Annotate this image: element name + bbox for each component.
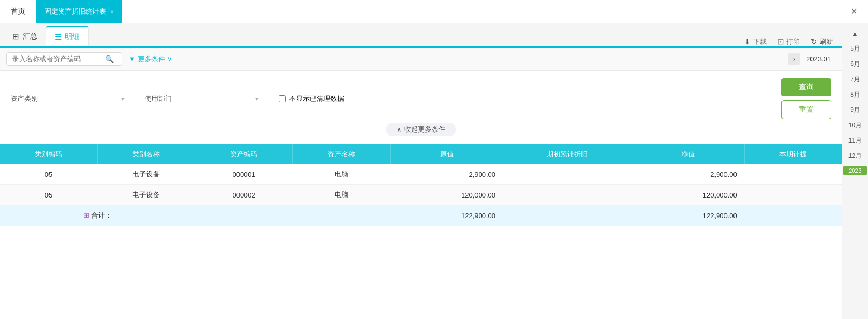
- sidebar-month-item[interactable]: 9月: [848, 102, 862, 118]
- table-row: 05 电子设备 000001 电脑 2,900.00 2,900.00: [0, 164, 842, 185]
- sidebar-month-item[interactable]: 5月: [848, 41, 862, 57]
- search-input-wrap: 🔍: [6, 52, 122, 66]
- download-icon: ⬇: [744, 37, 751, 46]
- sidebar-month-item[interactable]: 12月: [848, 148, 862, 164]
- cell-asset-name: 电脑: [293, 185, 390, 205]
- nav-tab-label: 固定资产折旧统计表: [44, 7, 106, 16]
- cell-accumulated-depreciation: [503, 164, 632, 185]
- tab-summary[interactable]: ⊞ 汇总: [4, 26, 46, 46]
- asset-type-select[interactable]: [43, 93, 128, 104]
- filter-label: 更多条件: [138, 54, 165, 64]
- total-asset-name: [293, 205, 390, 226]
- cell-category-name: 电子设备: [97, 164, 195, 185]
- top-nav: 首页 固定资产折旧统计表 × ✕: [0, 0, 868, 23]
- filter-row: 资产类别 ▼ 使用部门 ▼: [11, 78, 831, 119]
- search-icon[interactable]: 🔍: [105, 55, 114, 63]
- right-sidebar: ▲ 5月6月7月8月9月10月11月12月 2023: [842, 23, 868, 319]
- filter-buttons: 查询 重置: [781, 78, 831, 119]
- sidebar-scroll-up-button[interactable]: ▲: [842, 27, 868, 40]
- exclude-cleared-checkbox[interactable]: [279, 95, 286, 102]
- cell-asset-code: 000002: [195, 185, 292, 205]
- col-accumulated-depreciation: 期初累计折旧: [503, 144, 632, 164]
- sidebar-month-item[interactable]: 10月: [848, 118, 862, 133]
- reset-button[interactable]: 重置: [781, 100, 831, 119]
- total-current-depreciation: [745, 205, 842, 226]
- exclude-cleared-field[interactable]: 不显示已清理数据: [279, 94, 344, 104]
- col-net-value: 净值: [632, 144, 745, 164]
- collapse-bar: ∧ 收起更多条件: [11, 119, 831, 138]
- tab-detail-label: 明细: [65, 32, 80, 42]
- data-table: 类别编码 类别名称 资产编码 资产名称 原值 期初累计折旧 净值 本期计提 05…: [0, 144, 842, 226]
- tab-bar: ⊞ 汇总 ☰ 明细 ⬇ 下载 ⊡ 打印 ↻ 刷新: [0, 23, 842, 48]
- download-button[interactable]: ⬇ 下载: [744, 37, 767, 46]
- nav-tab-fixed-assets[interactable]: 固定资产折旧统计表 ×: [36, 0, 122, 23]
- cell-category-name: 电子设备: [97, 185, 195, 205]
- search-bar-right: › 2023.01: [788, 53, 835, 65]
- col-category-name: 类别名称: [97, 144, 195, 164]
- exclude-cleared-label: 不显示已清理数据: [289, 94, 344, 104]
- print-label: 打印: [786, 37, 800, 46]
- tab-summary-label: 汇总: [23, 32, 37, 41]
- cell-category-code: 05: [0, 164, 97, 185]
- cell-net-value: 2,900.00: [632, 164, 745, 185]
- refresh-icon: ↻: [810, 37, 817, 46]
- left-panel: ⊞ 汇总 ☰ 明细 ⬇ 下载 ⊡ 打印 ↻ 刷新: [0, 23, 842, 319]
- cell-asset-name: 电脑: [293, 164, 390, 185]
- sidebar-month-item[interactable]: 11月: [848, 133, 862, 148]
- asset-type-field: 资产类别 ▼: [11, 93, 128, 104]
- dept-select[interactable]: [177, 93, 262, 104]
- search-input[interactable]: [12, 55, 102, 63]
- sidebar-month-item[interactable]: 6月: [848, 57, 862, 72]
- table-wrap: 类别编码 类别名称 资产编码 资产名称 原值 期初累计折旧 净值 本期计提 05…: [0, 144, 842, 319]
- total-asset-code: [195, 205, 292, 226]
- window-close-button[interactable]: ✕: [840, 6, 868, 16]
- query-button[interactable]: 查询: [781, 78, 831, 96]
- total-label: ⊞合计：: [0, 205, 195, 226]
- collapse-button[interactable]: ∧ 收起更多条件: [386, 123, 456, 136]
- filter-panel: 资产类别 ▼ 使用部门 ▼: [0, 71, 842, 144]
- print-icon: ⊡: [777, 37, 784, 46]
- cell-current-depreciation: [745, 185, 842, 205]
- tab-detail[interactable]: ☰ 明细: [46, 26, 89, 46]
- summary-icon: ⊞: [13, 32, 20, 41]
- main-content: ⊞ 汇总 ☰ 明细 ⬇ 下载 ⊡ 打印 ↻ 刷新: [0, 23, 868, 319]
- col-asset-code: 资产编码: [195, 144, 292, 164]
- search-bar: 🔍 ▼ 更多条件 ∨ › 2023.01: [0, 48, 842, 71]
- date-display: 2023.01: [802, 55, 835, 63]
- nav-tab-close-icon[interactable]: ×: [110, 8, 114, 15]
- table-row: 05 电子设备 000002 电脑 120,000.00 120,000.00: [0, 185, 842, 205]
- cell-net-value: 120,000.00: [632, 185, 745, 205]
- dept-select-wrap: ▼: [177, 93, 262, 104]
- asset-type-label: 资产类别: [11, 94, 38, 104]
- total-accumulated-depreciation: [503, 205, 632, 226]
- cell-current-depreciation: [745, 164, 842, 185]
- col-asset-name: 资产名称: [293, 144, 390, 164]
- total-net-value: 122,900.00: [632, 205, 745, 226]
- col-original-value: 原值: [390, 144, 503, 164]
- more-conditions-button[interactable]: ▼ 更多条件 ∨: [129, 54, 173, 64]
- collapse-icon: ∧: [397, 126, 402, 134]
- collapse-label: 收起更多条件: [404, 125, 445, 134]
- navigate-forward-button[interactable]: ›: [788, 53, 800, 65]
- sidebar-month-item[interactable]: 8月: [848, 87, 862, 102]
- cell-accumulated-depreciation: [503, 185, 632, 205]
- sidebar-year[interactable]: 2023: [843, 166, 866, 175]
- nav-home-link[interactable]: 首页: [0, 0, 36, 23]
- col-current-depreciation: 本期计提: [745, 144, 842, 164]
- asset-type-select-wrap: ▼: [43, 93, 128, 104]
- col-category-code: 类别编码: [0, 144, 97, 164]
- cell-original-value: 120,000.00: [390, 185, 503, 205]
- cell-asset-code: 000001: [195, 164, 292, 185]
- filter-icon: ▼: [129, 55, 136, 63]
- sidebar-month-item[interactable]: 7月: [848, 72, 862, 87]
- print-button[interactable]: ⊡ 打印: [777, 37, 800, 46]
- table-header-row: 类别编码 类别名称 资产编码 资产名称 原值 期初累计折旧 净值 本期计提: [0, 144, 842, 164]
- refresh-label: 刷新: [819, 37, 833, 46]
- refresh-button[interactable]: ↻ 刷新: [810, 37, 833, 46]
- dept-field: 使用部门 ▼: [145, 93, 262, 104]
- table-total-row: ⊞合计： 122,900.00 122,900.00: [0, 205, 842, 226]
- download-label: 下载: [753, 37, 767, 46]
- detail-icon: ☰: [55, 32, 62, 42]
- filter-chevron-icon: ∨: [167, 55, 173, 63]
- cell-original-value: 2,900.00: [390, 164, 503, 185]
